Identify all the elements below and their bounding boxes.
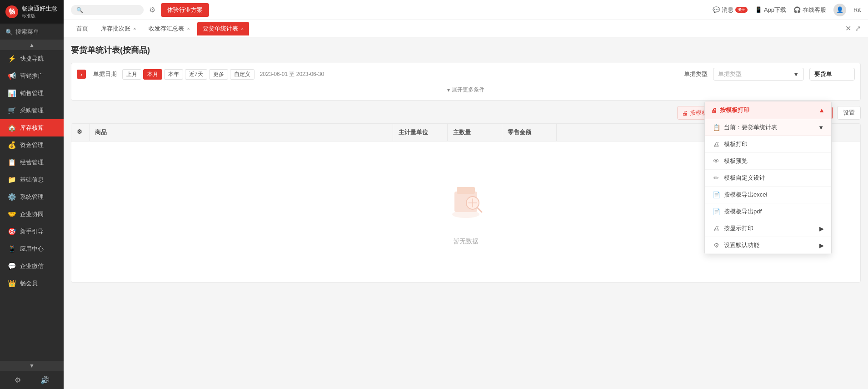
page-content: 要货单统计表(按商品) › 单据日期 上月 本月 本年 近7天 更多 自定义 2… [64, 37, 868, 389]
sidebar-item-member[interactable]: 👑 畅会员 [0, 275, 64, 292]
empty-text: 暂无数据 [453, 237, 479, 246]
filter-row-expand: ▾ 展开更多条件 [77, 84, 855, 96]
date-current-year[interactable]: 本年 [164, 69, 183, 80]
th-settings[interactable]: ⚙ [71, 124, 90, 141]
date-custom[interactable]: 自定义 [230, 69, 254, 80]
sidebar-item-app[interactable]: 📱 应用中心 [0, 240, 64, 258]
tab-home-label: 首页 [76, 25, 88, 33]
date-last-7[interactable]: 近7天 [185, 69, 207, 80]
tab-inventory-batch-label: 库存批次账 [101, 25, 130, 33]
user-name: Rit [853, 6, 861, 13]
search-icon: 🔍 [5, 29, 13, 35]
tab-home[interactable]: 首页 [71, 22, 94, 35]
date-current-month[interactable]: 本月 [143, 69, 162, 80]
tab-inventory-batch-close[interactable]: × [133, 26, 136, 31]
template-excel-label: 按模板导出excel [724, 191, 767, 199]
sidebar-item-marketing[interactable]: 📢 营销推广 [0, 67, 64, 85]
sidebar-item-inventory[interactable]: 🏠 库存核算 [0, 119, 64, 136]
dropdown-item-template-pdf[interactable]: 📄 按模板导出pdf [705, 203, 831, 220]
template-design-label: 模板自定义设计 [724, 174, 765, 182]
template-pdf-icon: 📄 [712, 208, 720, 215]
th-quantity: 主数量 [448, 124, 502, 141]
sidebar-item-sales[interactable]: 📊 销售管理 [0, 85, 64, 102]
current-item-icon: 📋 [712, 124, 720, 131]
dropdown-item-display-print[interactable]: 🖨 按显示打印 ▶ [705, 220, 831, 237]
dropdown-item-template-preview[interactable]: 👁 模板预览 [705, 153, 831, 170]
dropdown-item-template-design[interactable]: ✏ 模板自定义设计 [705, 170, 831, 187]
dropdown-printer-icon: 🖨 [711, 107, 717, 114]
template-print-label: 模板打印 [724, 140, 748, 148]
goods-filter[interactable]: 要货单 [809, 68, 855, 81]
system-icon: ⚙️ [7, 193, 16, 201]
dropdown-item-template-print[interactable]: 🖨 模板打印 [705, 136, 831, 153]
app-download-label: App下载 [764, 6, 786, 14]
sidebar-item-purchase[interactable]: 🛒 采购管理 [0, 102, 64, 119]
sidebar-footer: ⚙ 🔊 [0, 371, 64, 389]
basic-icon: 📁 [7, 176, 16, 184]
filter-toggle-btn[interactable]: › [77, 70, 86, 79]
type-select[interactable]: 单据类型 ▼ [713, 68, 804, 81]
tab-receivable-summary-close[interactable]: × [187, 26, 190, 31]
message-label: 消息 [722, 6, 733, 14]
sidebar-scroll-down[interactable]: ▼ [0, 361, 64, 371]
date-prev-month[interactable]: 上月 [122, 69, 141, 80]
date-more[interactable]: 更多 [209, 69, 228, 80]
member-icon: 👑 [7, 279, 16, 288]
dropdown-current-left: 📋 当前：要货单统计表 [712, 123, 777, 131]
headset-icon: 🎧 [793, 6, 801, 13]
template-print-icon: 🖨 [712, 141, 720, 148]
operation-icon: 📋 [7, 158, 16, 167]
app-download-btn[interactable]: 📱 App下载 [755, 6, 786, 14]
tab-order-stats-close[interactable]: × [241, 26, 244, 31]
basic-label: 基础信息 [20, 176, 44, 184]
filter-row-1: › 单据日期 上月 本月 本年 近7天 更多 自定义 2023-06-01 至 … [77, 68, 855, 81]
dropdown-item-set-default[interactable]: ⚙ 设置默认功能 ▶ [705, 237, 831, 254]
sidebar-item-collab[interactable]: 🤝 企业协同 [0, 206, 64, 223]
date-buttons: 上月 本月 本年 近7天 更多 自定义 [122, 69, 254, 80]
topbar-search[interactable]: 🔍 [71, 5, 144, 15]
avatar-icon: 👤 [836, 6, 843, 13]
sidebar-search[interactable]: 🔍 搜索菜单 [0, 24, 64, 40]
expand-more-btn[interactable]: ▾ 展开更多条件 [444, 84, 488, 96]
sidebar-scroll-up[interactable]: ▲ [0, 40, 64, 50]
sidebar-item-system[interactable]: ⚙️ 系统管理 [0, 188, 64, 206]
settings-footer-icon[interactable]: ⚙ [15, 376, 21, 384]
user-avatar[interactable]: 👤 [833, 4, 846, 16]
sidebar-item-basic[interactable]: 📁 基础信息 [0, 171, 64, 188]
tab-order-stats[interactable]: 要货单统计表 × [197, 22, 249, 35]
filter-bar: › 单据日期 上月 本月 本年 近7天 更多 自定义 2023-06-01 至 … [71, 63, 861, 101]
sidebar-item-quick-nav[interactable]: ⚡ 快捷导航 [0, 50, 64, 67]
maximize-window-btn[interactable]: ⤢ [855, 24, 861, 33]
goods-filter-text: 要货单 [814, 70, 832, 78]
sales-label: 销售管理 [20, 89, 44, 97]
sidebar-item-wechat[interactable]: 💬 企业微信 [0, 258, 64, 275]
current-item-arrow: ▼ [818, 124, 824, 131]
audio-footer-icon[interactable]: 🔊 [40, 376, 50, 384]
sidebar-item-operation[interactable]: 📋 经营管理 [0, 154, 64, 171]
template-preview-label: 模板预览 [724, 157, 748, 165]
dropdown-item-template-excel[interactable]: 📄 按模板导出excel [705, 187, 831, 203]
experience-btn[interactable]: 体验行业方案 [161, 3, 209, 17]
operation-label: 经营管理 [20, 158, 44, 167]
display-print-label: 按显示打印 [724, 224, 753, 232]
date-filter-label: 单据日期 [93, 70, 117, 78]
online-service-btn[interactable]: 🎧 在线客服 [793, 6, 826, 14]
current-item-label: 当前：要货单统计表 [724, 123, 777, 131]
page-title: 要货单统计表(按商品) [71, 45, 861, 56]
message-btn[interactable]: 💬 消息 99+ [713, 6, 748, 14]
finance-label: 资金管理 [20, 141, 44, 149]
settings-btn[interactable]: 设置 [837, 106, 861, 120]
tab-inventory-batch[interactable]: 库存批次账 × [95, 22, 141, 35]
dropdown-current-item[interactable]: 📋 当前：要货单统计表 ▼ [705, 119, 831, 136]
close-window-btn[interactable]: ✕ [845, 24, 851, 33]
tab-receivable-summary[interactable]: 收发存汇总表 × [143, 22, 195, 35]
collab-label: 企业协同 [20, 210, 44, 218]
sidebar-item-finance[interactable]: 💰 资金管理 [0, 136, 64, 154]
topbar-gear-icon[interactable]: ⚙ [149, 5, 155, 14]
inventory-label: 库存核算 [20, 124, 44, 132]
marketing-label: 营销推广 [20, 72, 44, 80]
sidebar-item-guide[interactable]: 🎯 新手引导 [0, 223, 64, 240]
member-label: 畅会员 [20, 279, 38, 288]
expand-label: 展开更多条件 [452, 86, 484, 94]
dropdown-close-btn[interactable]: ▲ [818, 106, 825, 114]
